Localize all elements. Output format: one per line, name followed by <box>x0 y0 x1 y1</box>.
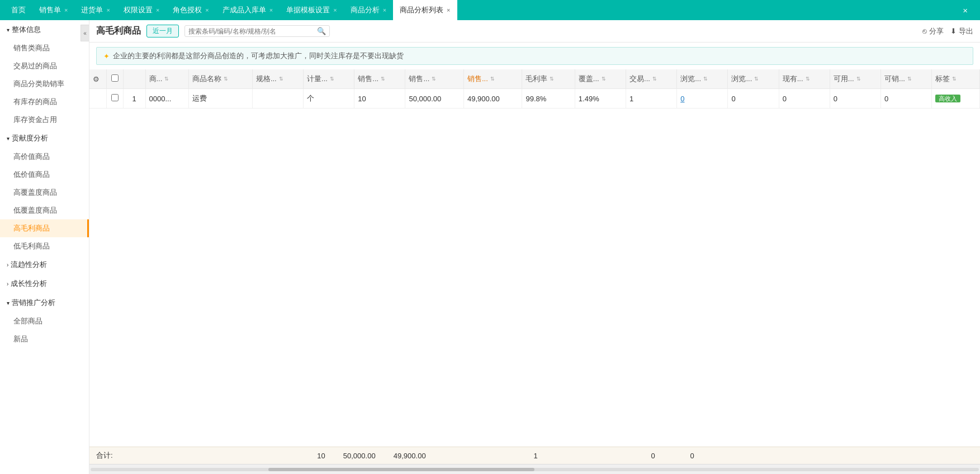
th-browse2[interactable]: 浏览...⇅ <box>728 69 779 89</box>
nav-production[interactable]: 产成品入库单 × <box>216 0 280 20</box>
row-check[interactable] <box>106 89 123 109</box>
select-all-checkbox[interactable] <box>111 74 119 82</box>
th-stock-cur[interactable]: 现有...⇅ <box>779 69 830 89</box>
sidebar-item-low-coverage[interactable]: 低覆盖度商品 <box>0 201 89 219</box>
row-spec <box>252 89 303 109</box>
th-settings[interactable]: ⚙ <box>89 69 106 89</box>
table-row: 1 0000... 运费 个 10 50,000.00 49,900.00 99… <box>89 89 980 109</box>
th-stock-sell[interactable]: 可销...⇅ <box>881 69 932 89</box>
collapse-arrow-overall: ▾ <box>7 27 10 33</box>
close-template-tab[interactable]: × <box>333 7 337 13</box>
th-num <box>123 69 145 89</box>
row-unit: 个 <box>304 89 354 109</box>
th-name[interactable]: 商品名称⇅ <box>189 69 253 89</box>
sort-icon-transaction: ⇅ <box>652 76 657 82</box>
th-transaction[interactable]: 交易...⇅ <box>626 69 677 89</box>
close-sales-tab[interactable]: × <box>64 7 68 13</box>
th-sales-amt[interactable]: 销售...⇅ <box>405 69 463 89</box>
scrollbar-thumb[interactable] <box>268 468 535 471</box>
sidebar-group-contribution[interactable]: ▾ 贡献度分析 <box>0 129 89 148</box>
sort-icon-salesqty: ⇅ <box>381 76 385 82</box>
sidebar-item-new-goods[interactable]: 新品 <box>0 330 89 348</box>
close-role-tab[interactable]: × <box>205 7 209 13</box>
th-gross-margin[interactable]: 毛利率⇅ <box>522 69 575 89</box>
scrollbar-track[interactable] <box>91 468 979 471</box>
th-spec[interactable]: 规格...⇅ <box>252 69 303 89</box>
main-layout: « ▾ 整体信息 销售类商品 交易过的商品 商品分类助销率 有库存的商品 库存资… <box>0 20 980 474</box>
nav-role[interactable]: 角色授权 × <box>166 0 215 20</box>
period-button[interactable]: 近一月 <box>146 25 179 37</box>
row-browse1[interactable]: 0 <box>677 89 728 109</box>
sidebar-group-trend[interactable]: › 流趋性分析 <box>0 255 89 274</box>
share-icon: ⎋ <box>922 27 927 35</box>
search-input[interactable] <box>188 27 315 35</box>
sort-icon-salesamt: ⇅ <box>432 76 436 82</box>
sidebar-item-sales-goods[interactable]: 销售类商品 <box>0 39 89 57</box>
close-purchase-tab[interactable]: × <box>106 7 110 13</box>
close-analysis-list-tab[interactable]: × <box>447 7 450 13</box>
footer-total: 合计: 10 50,000.00 49,900.00 1 0 0 <box>89 447 980 464</box>
th-unit[interactable]: 计量...⇅ <box>304 69 354 89</box>
data-table: ⚙ 商...⇅ 商品名称⇅ 规格...⇅ <box>89 69 980 109</box>
collapse-arrow-growth: › <box>7 281 8 287</box>
sort-icon-browse1: ⇅ <box>703 76 708 82</box>
sidebar-group-marketing[interactable]: ▾ 营销推广分析 <box>0 293 89 312</box>
info-banner: ✦ 企业的主要的利润都是这部分商品创造的，可考虑加大推广，同时关注库存是不要出现… <box>96 47 973 65</box>
footer-transaction: 1 <box>500 452 545 460</box>
sort-icon-stockcur: ⇅ <box>806 76 810 82</box>
th-check[interactable] <box>106 69 123 89</box>
collapse-arrow-marketing: ▾ <box>7 300 10 306</box>
sidebar-item-stock-capital[interactable]: 库存资金占用 <box>0 111 89 129</box>
sidebar-item-stock-goods[interactable]: 有库存的商品 <box>0 93 89 111</box>
sidebar-item-low-margin[interactable]: 低毛利商品 <box>0 237 89 255</box>
close-production-tab[interactable]: × <box>269 7 273 13</box>
nav-analysis-list[interactable]: 商品分析列表 × <box>393 0 457 20</box>
th-tag[interactable]: 标签⇅ <box>932 69 980 89</box>
sidebar-group-overall[interactable]: ▾ 整体信息 <box>0 20 89 39</box>
sidebar-item-high-value[interactable]: 高价值商品 <box>0 148 89 166</box>
row-tag: 高收入 <box>932 89 980 109</box>
sidebar-item-high-margin[interactable]: 高毛利商品 <box>0 219 89 237</box>
sidebar-item-category-rate[interactable]: 商品分类助销率 <box>0 75 89 93</box>
sidebar-item-low-value[interactable]: 低价值商品 <box>0 166 89 184</box>
row-stock-cur: 0 <box>779 89 830 109</box>
sort-icon-stocksell: ⇅ <box>907 76 912 82</box>
nav-sales[interactable]: 销售单 × <box>32 0 74 20</box>
th-stock-avail[interactable]: 可用...⇅ <box>830 69 880 89</box>
table-container[interactable]: ⚙ 商...⇅ 商品名称⇅ 规格...⇅ <box>89 69 980 474</box>
share-button[interactable]: ⎋ 分享 <box>922 26 944 36</box>
footer-stock-cur: 0 <box>623 452 662 460</box>
sort-icon-browse2: ⇅ <box>754 76 759 82</box>
nav-home[interactable]: 首页 <box>4 0 32 20</box>
collapse-arrow-trend: › <box>7 262 8 268</box>
sort-icon-tag: ⇅ <box>952 76 957 82</box>
sidebar-collapse-button[interactable]: « <box>81 25 89 41</box>
row-gross-margin: 99.8% <box>522 89 575 109</box>
scrollbar-container[interactable] <box>89 464 980 474</box>
sidebar-item-all-goods[interactable]: 全部商品 <box>0 312 89 330</box>
close-analysis-tab[interactable]: × <box>383 7 386 13</box>
table-header-row: ⚙ 商...⇅ 商品名称⇅ 规格...⇅ <box>89 69 980 89</box>
sidebar-group-growth[interactable]: › 成长性分析 <box>0 274 89 293</box>
row-stock-avail: 0 <box>830 89 880 109</box>
sidebar-item-high-coverage[interactable]: 高覆盖度商品 <box>0 184 89 201</box>
row-stock-sell: 0 <box>881 89 932 109</box>
th-code[interactable]: 商...⇅ <box>145 69 189 89</box>
nav-purchase[interactable]: 进货单 × <box>74 0 116 20</box>
row-checkbox[interactable] <box>111 94 119 101</box>
row-sales-amt: 50,000.00 <box>405 89 463 109</box>
th-sales-cost[interactable]: 销售...⇅ <box>463 69 522 89</box>
nav-analysis[interactable]: 商品分析 × <box>344 0 393 20</box>
nav-template[interactable]: 单据模板设置 × <box>280 0 343 20</box>
sidebar-item-traded-goods[interactable]: 交易过的商品 <box>0 57 89 75</box>
row-num: 1 <box>123 89 145 109</box>
nav-permission[interactable]: 权限设置 × <box>117 0 166 20</box>
th-browse1[interactable]: 浏览...⇅ <box>677 69 728 89</box>
export-button[interactable]: ⬇ 导出 <box>950 26 973 36</box>
close-permission-tab[interactable]: × <box>156 7 159 13</box>
window-close-button[interactable]: × <box>955 6 976 15</box>
th-sales-qty[interactable]: 销售...⇅ <box>354 69 405 89</box>
search-icon[interactable]: 🔍 <box>317 27 326 35</box>
search-box: 🔍 <box>184 25 330 37</box>
th-coverage[interactable]: 覆盖...⇅ <box>575 69 626 89</box>
